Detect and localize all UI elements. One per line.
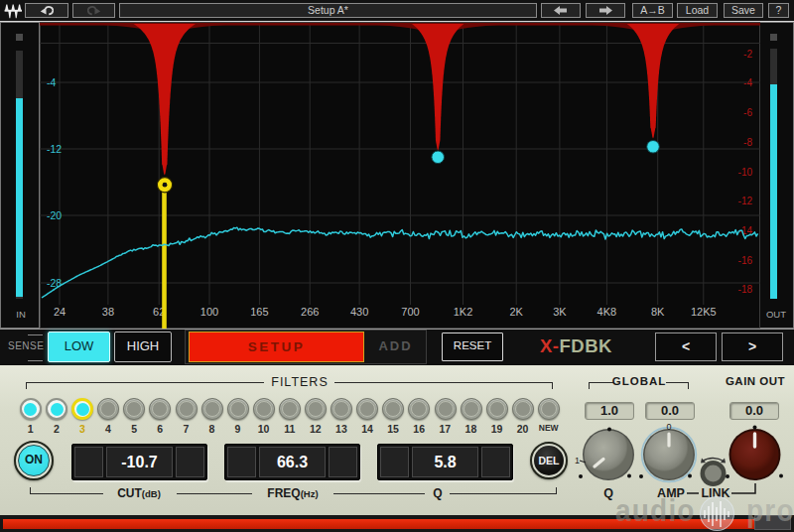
svg-text:-2: -2 xyxy=(743,49,752,60)
svg-text:38: 38 xyxy=(102,306,114,318)
svg-text:1: 1 xyxy=(575,456,580,466)
svg-text:-12: -12 xyxy=(47,143,62,155)
svg-text:-18: -18 xyxy=(738,284,753,295)
svg-text:-20: -20 xyxy=(47,209,62,221)
svg-text:2K: 2K xyxy=(509,306,523,318)
svg-text:-10: -10 xyxy=(738,167,753,178)
svg-text:-4: -4 xyxy=(743,77,752,88)
svg-text:100: 100 xyxy=(200,306,218,318)
svg-text:-16: -16 xyxy=(738,255,753,266)
svg-text:4K8: 4K8 xyxy=(597,306,617,318)
svg-text:165: 165 xyxy=(250,306,268,318)
svg-text:1K2: 1K2 xyxy=(454,306,473,318)
svg-text:-8: -8 xyxy=(743,137,752,148)
svg-text:12K5: 12K5 xyxy=(691,306,717,318)
svg-text:3K: 3K xyxy=(553,306,567,318)
svg-text:430: 430 xyxy=(350,306,368,318)
svg-text:700: 700 xyxy=(401,306,419,318)
svg-text:266: 266 xyxy=(301,306,319,318)
svg-text:-6: -6 xyxy=(743,107,752,118)
svg-text:24: 24 xyxy=(54,306,66,318)
svg-text:0: 0 xyxy=(666,422,671,432)
svg-text:-4: -4 xyxy=(47,76,56,88)
svg-text:8K: 8K xyxy=(651,306,665,318)
svg-text:-12: -12 xyxy=(738,196,753,206)
